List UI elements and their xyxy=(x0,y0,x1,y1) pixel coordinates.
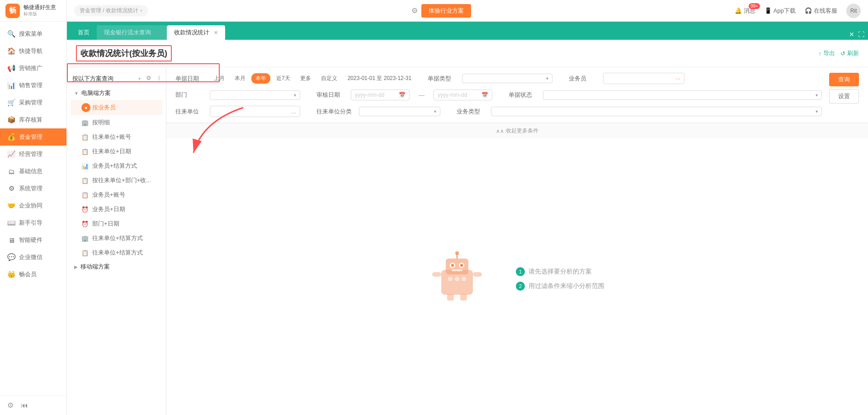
tab-bank[interactable]: 现金银行流水查询 ✕ xyxy=(97,25,167,40)
tab-bank-close-icon[interactable]: ✕ xyxy=(156,30,160,36)
tab-home[interactable]: 首页 xyxy=(71,25,97,40)
svg-rect-9 xyxy=(432,272,441,277)
tab-close-all-icon[interactable]: ✕ xyxy=(849,31,854,38)
panel-settings-icon[interactable]: ⚙ xyxy=(146,75,151,83)
refresh-button[interactable]: ↺ 刷新 xyxy=(840,49,859,57)
date-tab-this-month[interactable]: 本月 xyxy=(231,73,250,84)
sidebar-item-basic[interactable]: 🗂 基础信息 xyxy=(0,163,66,180)
scheme-item-unit-account[interactable]: 📋 往来单位+账号 xyxy=(71,130,162,144)
bell-icon: 🔔 xyxy=(735,7,742,14)
sidebar-item-sales[interactable]: 📊 销售管理 xyxy=(0,77,66,94)
svg-rect-14 xyxy=(447,294,454,301)
sidebar-item-guide[interactable]: 📖 新手引导 xyxy=(0,214,66,231)
scheme-item-salesperson-payment[interactable]: 📊 业务员+结算方式 xyxy=(71,159,162,173)
date-field-label: 单据日期 xyxy=(175,75,203,83)
panel-collapse-icon[interactable]: 《 xyxy=(155,75,160,83)
review-date-label: 审核日期 xyxy=(316,91,344,99)
filter-settings-button[interactable]: 设置 xyxy=(829,89,859,104)
date-tab-last-7[interactable]: 近7天 xyxy=(272,73,294,84)
collapse-bar[interactable]: ∧∧ 收起更多条件 xyxy=(166,123,868,138)
svg-point-13 xyxy=(462,277,466,281)
partner-more-icon[interactable]: ... xyxy=(291,108,296,115)
footer-collapse-icon[interactable]: ⏮ xyxy=(21,401,28,410)
doc-status-chevron-icon: ▾ xyxy=(816,93,818,98)
online-service-button[interactable]: 🎧 在线客服 xyxy=(805,7,837,15)
doc-type-select[interactable]: ▾ xyxy=(462,74,552,83)
sidebar-item-system[interactable]: ⚙ 系统管理 xyxy=(0,180,66,197)
date-tab-last-month[interactable]: 上月 xyxy=(210,73,229,84)
sidebar-item-hardware[interactable]: 🖥 智能硬件 xyxy=(0,231,66,249)
panel-header-icons: ＋ ⚙ 《 xyxy=(137,75,160,83)
scheme-item-by-detail[interactable]: 🏢 按明细 xyxy=(71,115,162,130)
marketing-icon: 📢 xyxy=(7,64,15,72)
top-header: 资金管理 / 收款情况统计 ▾ ⚙ 体验行业方案 🔔 消息 99+ 📱 App下… xyxy=(67,0,868,22)
scheme-item-by-salesperson[interactable]: ● 按业务员 xyxy=(71,100,162,115)
scheme-item-salesperson-account[interactable]: 📋 业务员+账号 xyxy=(71,188,162,202)
panel-add-icon[interactable]: ＋ xyxy=(137,75,142,83)
scheme-item-dept-date[interactable]: ⏰ 部门+日期 xyxy=(71,217,162,231)
partner-select[interactable]: ... xyxy=(210,106,300,117)
date-tab-more[interactable]: 更多 xyxy=(296,73,315,84)
sidebar-item-wechat[interactable]: 💬 企业微信 xyxy=(0,249,66,266)
sidebar-navigation: 🔍 搜索菜单 🏠 快捷导航 📢 营销推广 📊 销售管理 🛒 采购管理 📦 库存核… xyxy=(0,22,66,395)
scheme-group-desktop-header[interactable]: ▼ 电脑端方案 xyxy=(71,86,162,100)
unit-dept-collection-icon: 📋 xyxy=(81,177,89,184)
svg-point-12 xyxy=(455,277,459,281)
finance-icon: 💰 xyxy=(7,133,15,141)
header-left: 资金管理 / 收款情况统计 ▾ xyxy=(74,5,148,16)
salesperson-label: 业务员 xyxy=(569,75,596,83)
scheme-group-mobile-header[interactable]: ▶ 移动端方案 xyxy=(71,260,162,274)
doc-status-select[interactable]: ▾ xyxy=(543,90,822,100)
sidebar-item-finance[interactable]: 💰 资金管理 xyxy=(0,128,66,146)
tab-expand-icon[interactable]: ⛶ xyxy=(858,31,864,38)
breadcrumb-chevron-icon: ▾ xyxy=(140,8,142,13)
sidebar-item-marketing[interactable]: 📢 营销推广 xyxy=(0,60,66,77)
sidebar-item-member[interactable]: 👑 畅会员 xyxy=(0,266,66,283)
filter-row-partner: 往来单位 ... 往来单位分类 ▾ 业务类型 xyxy=(175,106,822,117)
svg-rect-8 xyxy=(452,269,462,271)
sidebar-logo: 畅 畅捷通好生意 标准版 xyxy=(0,0,66,22)
panel-header: 按以下方案查询 ＋ ⚙ 《 xyxy=(67,71,166,86)
sidebar-item-quick-nav[interactable]: 🏠 快捷导航 xyxy=(0,42,66,60)
footer-settings-icon[interactable]: ⚙ xyxy=(7,401,14,410)
export-button[interactable]: ↑ 导出 xyxy=(819,49,835,57)
scheme-item-unit-settlement2[interactable]: 📋 往来单位+结算方式 xyxy=(71,245,162,260)
review-date-end[interactable]: yyyy-mm-dd 📅 xyxy=(434,90,492,100)
export-icon: ↑ xyxy=(819,50,822,57)
tab-collection[interactable]: 收款情况统计 ✕ xyxy=(167,25,225,40)
review-date-start[interactable]: yyyy-mm-dd 📅 xyxy=(351,90,410,100)
sidebar-item-search[interactable]: 🔍 搜索菜单 xyxy=(0,25,66,42)
scheme-group-desktop: ▼ 电脑端方案 ● 按业务员 🏢 按明细 📋 往来单位+账号 xyxy=(67,86,166,260)
sidebar-item-operations[interactable]: 📈 经营管理 xyxy=(0,146,66,163)
salesperson-account-icon: 📋 xyxy=(81,192,89,198)
date-tabs: 上月 本月 本年 近7天 更多 自定义 xyxy=(210,73,341,84)
scheme-item-salesperson-date[interactable]: ⏰ 业务员+日期 xyxy=(71,202,162,217)
scheme-group-mobile: ▶ 移动端方案 xyxy=(67,260,166,274)
app-logo-icon: 畅 xyxy=(5,4,20,18)
tab-collection-close-icon[interactable]: ✕ xyxy=(214,30,218,36)
page-header: 收款情况统计(按业务员) ↑ 导出 ↺ 刷新 xyxy=(67,40,868,67)
notification-button[interactable]: 🔔 消息 99+ xyxy=(735,7,755,15)
detail-icon: 🏢 xyxy=(81,119,89,126)
refresh-icon: ↺ xyxy=(840,50,845,57)
service-icon: 🎧 xyxy=(805,7,812,14)
scheme-item-unit-date[interactable]: 📋 往来单位+日期 xyxy=(71,144,162,159)
scheme-item-unit-settlement[interactable]: 🏢 往来单位+结算方式 xyxy=(71,231,162,245)
scheme-item-unit-dept-collection[interactable]: 📋 按往来单位+部门+收... xyxy=(71,173,162,188)
sidebar-item-cooperation[interactable]: 🤝 企业协同 xyxy=(0,197,66,214)
header-settings-icon[interactable]: ⚙ xyxy=(411,6,418,15)
right-content: 单据日期 上月 本月 本年 近7天 更多 自定义 20 xyxy=(166,67,868,415)
business-type-select[interactable]: ▾ xyxy=(491,107,822,116)
partner-category-select[interactable]: ▾ xyxy=(359,107,440,116)
dept-select[interactable]: ▾ xyxy=(210,90,300,100)
more-options-icon[interactable]: ··· xyxy=(675,75,680,82)
sidebar-item-purchase[interactable]: 🛒 采购管理 xyxy=(0,94,66,111)
date-tab-custom[interactable]: 自定义 xyxy=(317,73,341,84)
sidebar-item-inventory[interactable]: 📦 库存核算 xyxy=(0,111,66,128)
app-download-button[interactable]: 📱 App下载 xyxy=(764,7,796,15)
query-button[interactable]: 查询 xyxy=(829,73,859,86)
date-tab-this-year[interactable]: 本年 xyxy=(251,73,270,84)
trial-button[interactable]: 体验行业方案 xyxy=(421,4,471,18)
user-avatar[interactable]: Rit xyxy=(846,4,861,18)
salesperson-select[interactable]: ··· xyxy=(603,73,684,84)
